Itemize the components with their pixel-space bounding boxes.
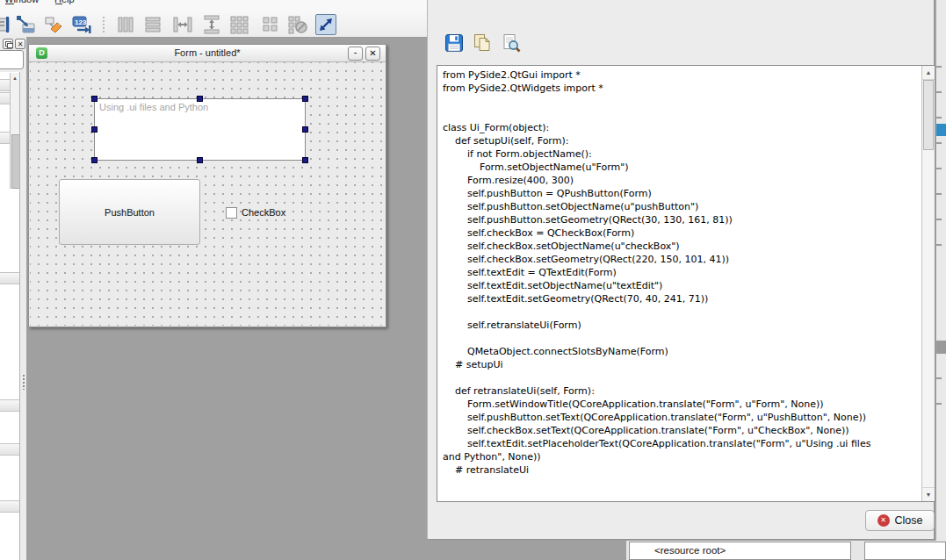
- form-toolbar: 123: [0, 12, 427, 38]
- layout-horizontal-splitter-icon[interactable]: [172, 14, 193, 35]
- layout-vertically-icon[interactable]: [142, 14, 163, 35]
- property-group-header: [936, 341, 946, 354]
- accelerator-underline: [5, 4, 14, 4]
- widget-box-dock: ✕ ▲: [0, 37, 26, 560]
- checkbox-indicator[interactable]: [226, 207, 237, 219]
- copy-icon[interactable]: [473, 33, 492, 53]
- menu-bar: Window Help: [0, 0, 427, 13]
- property-row-divider: [936, 377, 942, 379]
- generated-code-view[interactable]: from PySide2.QtGui import * from PySide2…: [437, 65, 935, 502]
- widget-category-header[interactable]: [0, 443, 19, 456]
- dialog-close-button[interactable]: ✕ Close: [865, 510, 935, 531]
- accelerator-underline: [55, 4, 62, 4]
- selection-handle[interactable]: [197, 157, 203, 163]
- widget-box-list[interactable]: ▲: [0, 72, 20, 560]
- property-editor-sliver: [935, 0, 946, 560]
- resource-detail-panel[interactable]: [864, 542, 946, 560]
- qt-designer-window: Window Help 123: [0, 0, 946, 560]
- code-scrollbar[interactable]: ▲ ▼: [921, 66, 935, 501]
- close-x-icon: ✕: [877, 514, 890, 527]
- checkbox-widget[interactable]: CheckBox: [226, 205, 285, 219]
- widget-category-header[interactable]: [0, 272, 19, 284]
- property-row-divider: [936, 66, 942, 68]
- layout-horizontally-icon[interactable]: [115, 14, 136, 35]
- code-preview-dialog: from PySide2.QtGui import * from PySide2…: [427, 0, 935, 540]
- form-window-title: Form - untitled*: [29, 47, 386, 58]
- selection-handle[interactable]: [302, 96, 308, 102]
- dock-scrollbar-thumb[interactable]: [11, 134, 20, 189]
- property-row-divider: [936, 117, 942, 118]
- layout-form-icon[interactable]: [260, 14, 281, 35]
- layout-vertical-splitter-icon[interactable]: [201, 14, 222, 35]
- toolbar-separator: [103, 17, 105, 32]
- find-icon[interactable]: [502, 33, 521, 53]
- dock-float-button[interactable]: [3, 39, 13, 49]
- widget-filter-input[interactable]: [0, 50, 24, 69]
- close-button[interactable]: ✕: [365, 47, 380, 61]
- textedit-widget[interactable]: Using .ui files and Python: [94, 98, 306, 161]
- selection-handle[interactable]: [91, 157, 97, 163]
- property-row-divider: [936, 219, 942, 220]
- float-icon: [7, 43, 13, 48]
- save-icon[interactable]: [444, 33, 464, 53]
- code-scrollbar-thumb[interactable]: [923, 80, 934, 150]
- widget-category-header[interactable]: [0, 500, 19, 513]
- layout-grid-icon[interactable]: [228, 14, 249, 35]
- property-row-selected[interactable]: [936, 124, 946, 136]
- selection-handle[interactable]: [91, 126, 97, 133]
- property-row-divider: [936, 91, 942, 93]
- pushbutton-widget[interactable]: PushButton: [59, 179, 200, 245]
- resource-tree-panel[interactable]: <resource root>: [629, 542, 851, 560]
- minimize-button[interactable]: -: [348, 47, 363, 61]
- resource-browser-strip: <resource root>: [626, 541, 946, 560]
- selection-handle[interactable]: [302, 157, 308, 163]
- generated-python-code[interactable]: from PySide2.QtGui import * from PySide2…: [437, 66, 935, 479]
- resource-root-label[interactable]: <resource root>: [654, 545, 726, 556]
- close-button-label: Close: [895, 514, 923, 527]
- selection-handle[interactable]: [302, 126, 308, 133]
- scroll-up-icon[interactable]: ▲: [922, 66, 935, 80]
- adjust-size-icon[interactable]: [315, 14, 336, 35]
- form-canvas[interactable]: Using .ui files and Python PushButton Ch…: [30, 62, 385, 326]
- selection-handle[interactable]: [197, 96, 203, 102]
- edit-buddies-icon[interactable]: [43, 14, 64, 35]
- property-row-divider: [936, 142, 942, 144]
- edit-signals-slots-icon[interactable]: [15, 14, 36, 35]
- checkbox-label: CheckBox: [242, 207, 285, 218]
- break-layout-icon[interactable]: [287, 14, 308, 35]
- property-row-divider: [936, 244, 942, 246]
- widget-category-header[interactable]: [0, 399, 19, 412]
- property-row-divider: [936, 193, 942, 195]
- textedit-placeholder: Using .ui files and Python: [99, 102, 208, 112]
- selection-handle[interactable]: [91, 96, 97, 102]
- dock-scrollbar[interactable]: ▲: [10, 73, 19, 189]
- form-editor-window: D Form - untitled* - ✕ Using .ui files a…: [28, 44, 386, 327]
- svg-text:123: 123: [75, 18, 87, 26]
- form-window-titlebar[interactable]: D Form - untitled* - ✕: [29, 45, 386, 62]
- splitter-handle[interactable]: [23, 375, 25, 390]
- edit-tab-order-icon[interactable]: 123: [71, 14, 92, 35]
- scroll-up-icon[interactable]: ▲: [11, 73, 19, 83]
- edit-widgets-icon[interactable]: [0, 14, 12, 35]
- dock-close-button[interactable]: ✕: [15, 39, 25, 49]
- property-row-divider: [936, 168, 942, 169]
- scroll-down-icon[interactable]: ▼: [922, 487, 935, 501]
- property-row-divider: [936, 403, 942, 405]
